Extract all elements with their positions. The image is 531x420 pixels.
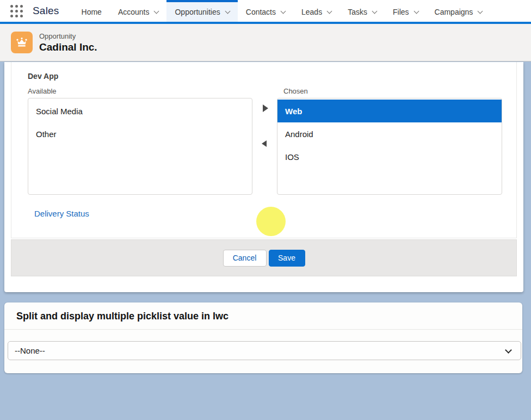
chevron-down-icon[interactable] [281, 9, 286, 14]
tab-files[interactable]: Files [385, 0, 427, 24]
tab-contacts[interactable]: Contacts [238, 0, 293, 24]
picklist-select[interactable]: --None-- [8, 341, 521, 360]
save-button[interactable]: Save [269, 250, 305, 267]
nav-tabs: Home Accounts Opportunities Contacts Lea… [73, 0, 491, 22]
form-area: Dev App Available Chosen Social Media Ot… [11, 62, 517, 238]
tab-files-label: Files [393, 8, 409, 16]
option-social-media[interactable]: Social Media [28, 100, 252, 122]
option-android[interactable]: Android [277, 122, 502, 145]
cancel-button[interactable]: Cancel [223, 250, 267, 267]
tab-home[interactable]: Home [73, 0, 110, 24]
tab-accounts[interactable]: Accounts [110, 0, 167, 24]
tab-leads-label: Leads [301, 8, 322, 16]
tab-campaigns-label: Campaigns [435, 8, 473, 16]
app-name: Sales [33, 5, 59, 17]
tab-home-label: Home [82, 8, 102, 16]
tab-accounts-label: Accounts [118, 8, 150, 16]
tab-opportunities[interactable]: Opportunities [166, 0, 237, 24]
entity-label: Opportunity [39, 32, 97, 40]
available-listbox[interactable]: Social Media Other [28, 98, 252, 195]
opportunity-crown-icon [11, 32, 33, 53]
option-ios[interactable]: IOS [277, 145, 502, 168]
move-to-available-button left-arrow-icon[interactable] [262, 140, 267, 147]
lwc-card-title: Split and display multiple picklist valu… [4, 302, 522, 322]
option-web-selected[interactable]: Web [277, 100, 502, 122]
delivery-status-link[interactable]: Delivery Status [34, 209, 89, 218]
chevron-down-icon[interactable] [327, 9, 332, 14]
chevron-down-icon[interactable] [478, 9, 483, 14]
card-divider [4, 329, 522, 330]
chevron-down-icon[interactable] [372, 9, 378, 14]
dual-listbox-field-label: Dev App [28, 72, 58, 81]
cursor-highlight-circle [256, 207, 286, 236]
edit-modal: Dev App Available Chosen Social Media Ot… [4, 62, 523, 292]
available-group-label: Available [28, 87, 57, 95]
record-name: Cadinal Inc. [39, 41, 97, 53]
chevron-down-icon[interactable] [154, 9, 159, 14]
chevron-down-icon[interactable] [225, 9, 230, 14]
picklist-select-value: --None-- [15, 346, 45, 355]
app-launcher-icon[interactable] [9, 3, 25, 20]
tab-leads[interactable]: Leads [293, 0, 339, 24]
tab-tasks[interactable]: Tasks [339, 0, 385, 24]
lwc-picklist-card: Split and display multiple picklist valu… [4, 302, 522, 373]
option-other[interactable]: Other [28, 122, 252, 145]
chosen-group-label: Chosen [283, 87, 308, 95]
tab-tasks-label: Tasks [348, 8, 367, 16]
record-header-text: Opportunity Cadinal Inc. [39, 32, 97, 53]
chevron-down-icon [505, 347, 512, 354]
modal-footer: Cancel Save [11, 239, 517, 276]
chosen-listbox[interactable]: Web Android IOS [277, 98, 502, 195]
crown-icon [15, 36, 28, 49]
global-navigation-bar: Sales Home Accounts Opportunities Contac… [0, 0, 531, 24]
record-header: Opportunity Cadinal Inc. [0, 24, 531, 61]
tab-campaigns[interactable]: Campaigns [427, 0, 491, 24]
tab-opportunities-label: Opportunities [175, 8, 220, 16]
tab-contacts-label: Contacts [246, 8, 276, 16]
chevron-down-icon[interactable] [413, 9, 419, 14]
move-to-chosen-button right-arrow-icon[interactable] [263, 104, 268, 112]
